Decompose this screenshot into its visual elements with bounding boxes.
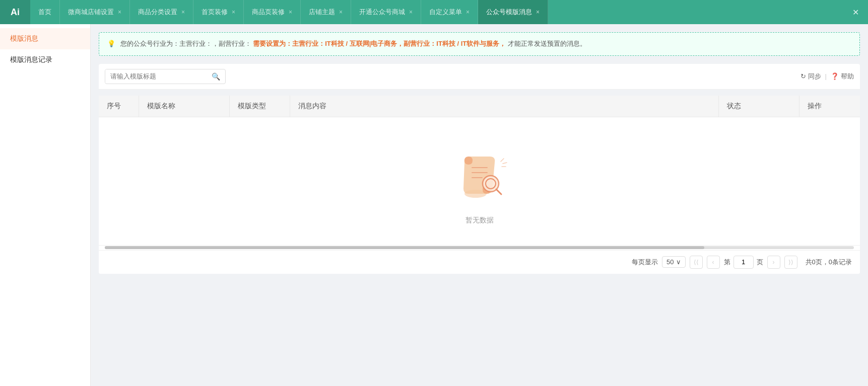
nav-tab-custommenu[interactable]: 自定义菜单 × — [421, 0, 478, 24]
main-layout: 模版消息 模版消息记录 💡 您的公众号行业为：主营行业：，副营行业： 需要设置为… — [0, 24, 868, 386]
table-container: 序号 模版名称 模版类型 消息内容 状态 操作 — [99, 96, 860, 274]
close-icon: ✕ — [852, 8, 859, 17]
nav-tab-home-label: 首页 — [38, 8, 51, 17]
search-button[interactable]: 🔍 — [207, 69, 225, 84]
sidebar-item-template-msg-record-label: 模版消息记录 — [10, 55, 52, 63]
search-icon: 🔍 — [212, 72, 220, 81]
chevron-down-icon: ∨ — [676, 258, 681, 266]
notice-box: 💡 您的公众号行业为：主营行业：，副营行业： 需要设置为：主营行业：IT科技 /… — [99, 32, 860, 56]
th-content-label: 消息内容 — [298, 102, 326, 111]
th-status-label: 状态 — [727, 102, 741, 111]
scrollbar-thumb[interactable] — [105, 246, 704, 249]
th-type: 模版类型 — [230, 96, 290, 117]
pagination: 每页显示 50 ∨ ⟨⟨ ‹ 第 页 › — [99, 250, 860, 274]
notice-prefix: 您的公众号行业为：主营行业：，副营行业： — [120, 40, 251, 47]
last-page-button[interactable]: ⟩⟩ — [784, 256, 797, 269]
th-action-label: 操作 — [808, 102, 822, 111]
nav-tab-openmall-label: 开通公众号商城 — [359, 8, 405, 17]
th-content: 消息内容 — [290, 96, 719, 117]
toolbar-right: ↻ 同步 | ❓ 帮助 — [800, 72, 854, 81]
th-seq-label: 序号 — [107, 102, 121, 111]
nav-tab-category-close[interactable]: × — [181, 9, 185, 16]
help-icon: ❓ — [831, 72, 839, 80]
lightbulb-icon: 💡 — [107, 40, 115, 47]
nav-tab-theme[interactable]: 店铺主题 × — [301, 0, 351, 24]
next-page-icon: › — [773, 259, 775, 266]
nav-tab-category-label: 商品分类设置 — [138, 8, 177, 17]
help-label: 帮助 — [841, 72, 854, 81]
notice-highlight: 需要设置为：主营行业：IT科技 / 互联网|电子商务，副营行业：IT科技 / I… — [253, 40, 506, 47]
table-header: 序号 模版名称 模版类型 消息内容 状态 操作 — [99, 96, 860, 117]
empty-state: 暂无数据 — [99, 117, 860, 245]
th-name: 模版名称 — [139, 96, 230, 117]
nav-tab-productpage-label: 商品页装修 — [252, 8, 285, 17]
nav-tab-weshop-close[interactable]: × — [118, 9, 121, 16]
sidebar-item-template-msg-record[interactable]: 模版消息记录 — [0, 49, 90, 70]
nav-tab-homepage[interactable]: 首页装修 × — [193, 0, 244, 24]
nav-tab-templatemsg[interactable]: 公众号模版消息 × — [478, 0, 548, 24]
page-number-input[interactable] — [733, 256, 754, 269]
last-page-icon: ⟩⟩ — [788, 259, 793, 266]
th-seq: 序号 — [99, 96, 139, 117]
first-page-button[interactable]: ⟨⟨ — [690, 256, 703, 269]
nav-tab-templatemsg-close[interactable]: × — [536, 9, 540, 16]
divider: | — [825, 72, 827, 80]
nav-tab-homepage-close[interactable]: × — [232, 9, 235, 16]
app-logo: Ai — [0, 0, 30, 24]
nav-tab-homepage-label: 首页装修 — [202, 8, 228, 17]
th-name-label: 模版名称 — [147, 102, 175, 111]
nav-tab-openmall-close[interactable]: × — [409, 9, 413, 16]
refresh-icon: ↻ — [800, 72, 806, 80]
th-action: 操作 — [799, 96, 860, 117]
nav-tab-weshop[interactable]: 微商城店铺设置 × — [60, 0, 130, 24]
sidebar-item-template-msg-label: 模版消息 — [10, 34, 38, 42]
nav-tab-custommenu-label: 自定义菜单 — [429, 8, 462, 17]
page-size-value: 50 — [666, 258, 674, 266]
global-close-button[interactable]: ✕ — [843, 0, 868, 24]
page-total: 共0页，0条记录 — [806, 258, 852, 267]
empty-icon — [449, 147, 510, 208]
nav-tab-templatemsg-label: 公众号模版消息 — [486, 8, 532, 17]
svg-line-7 — [501, 159, 504, 162]
nav-tab-theme-label: 店铺主题 — [309, 8, 335, 17]
nav-tab-category[interactable]: 商品分类设置 × — [130, 0, 193, 24]
sync-label: 同步 — [808, 72, 821, 81]
help-button[interactable]: ❓ 帮助 — [831, 72, 854, 81]
page-size-label: 每页显示 — [632, 258, 658, 267]
scrollbar-track[interactable] — [105, 246, 854, 249]
sidebar: 模版消息 模版消息记录 — [0, 24, 91, 386]
page-input-wrapper: 第 页 — [724, 256, 763, 269]
sidebar-item-template-msg[interactable]: 模版消息 — [0, 28, 90, 49]
nav-tab-custommenu-close[interactable]: × — [466, 9, 470, 16]
next-page-button[interactable]: › — [767, 256, 780, 269]
nav-tab-theme-close[interactable]: × — [339, 9, 343, 16]
th-type-label: 模版类型 — [238, 102, 266, 111]
page-size-select[interactable]: 50 ∨ — [662, 256, 685, 268]
top-nav: Ai 首页 微商城店铺设置 × 商品分类设置 × 首页装修 × 商品页装修 × … — [0, 0, 868, 24]
sync-button[interactable]: ↻ 同步 — [800, 72, 821, 81]
nav-tab-weshop-label: 微商城店铺设置 — [68, 8, 114, 17]
search-input[interactable] — [105, 69, 207, 83]
page-label: 第 — [724, 258, 730, 267]
prev-page-icon: ‹ — [712, 259, 714, 266]
nav-tab-productpage[interactable]: 商品页装修 × — [244, 0, 301, 24]
th-status: 状态 — [719, 96, 799, 117]
first-page-icon: ⟨⟨ — [694, 259, 699, 266]
prev-page-button[interactable]: ‹ — [707, 256, 720, 269]
nav-tab-openmall[interactable]: 开通公众号商城 × — [351, 0, 421, 24]
empty-text: 暂无数据 — [465, 216, 494, 225]
toolbar: 🔍 ↻ 同步 | ❓ 帮助 — [99, 64, 860, 90]
page-unit-label: 页 — [757, 258, 763, 267]
nav-tab-home[interactable]: 首页 — [30, 0, 60, 24]
empty-text-label: 暂无数据 — [465, 216, 494, 224]
notice-suffix: 才能正常发送预置的消息。 — [508, 40, 586, 47]
nav-tab-productpage-close[interactable]: × — [289, 9, 292, 16]
logo-text: Ai — [11, 7, 20, 18]
svg-line-6 — [496, 189, 501, 194]
search-wrapper: 🔍 — [105, 69, 226, 84]
content-area: 💡 您的公众号行业为：主营行业：，副营行业： 需要设置为：主营行业：IT科技 /… — [91, 24, 868, 386]
scrollbar-area[interactable] — [99, 245, 860, 250]
svg-line-8 — [503, 163, 507, 164]
